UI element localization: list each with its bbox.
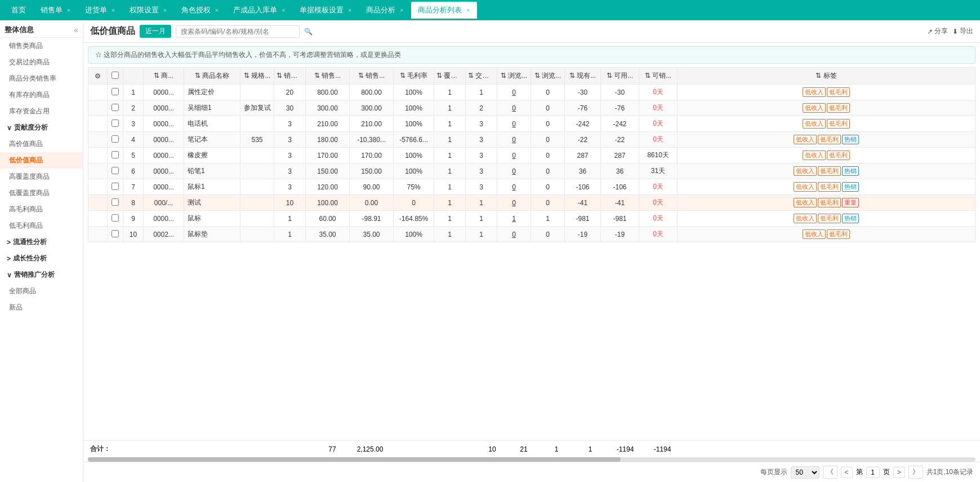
row-checkbox-cell[interactable] [108, 85, 123, 100]
browse1-link[interactable]: 0 [512, 152, 516, 160]
row-checkbox[interactable] [112, 104, 119, 111]
export-button[interactable]: ⬇ 导出 [952, 26, 973, 36]
row-checkbox-cell[interactable] [108, 179, 123, 195]
row-checkbox[interactable] [112, 214, 119, 222]
row-browse1[interactable]: 0 [497, 179, 531, 195]
row-browse1[interactable]: 0 [497, 132, 531, 148]
browse1-link[interactable]: 1 [512, 215, 516, 223]
sidebar-group-growth[interactable]: > 成长性分析 [0, 250, 83, 267]
sidebar-item-low-coverage[interactable]: 低覆盖度商品 [0, 185, 83, 201]
browse1-link[interactable]: 0 [512, 199, 516, 207]
search-input[interactable] [176, 25, 300, 38]
sidebar-item-category-rate[interactable]: 商品分类销售率 [0, 70, 83, 87]
row-browse1[interactable]: 0 [497, 195, 531, 211]
row-checkbox[interactable] [112, 151, 119, 158]
name-col-header[interactable]: ⇅ 商品名称 [184, 68, 240, 85]
row-sale-amt: 800.00 [306, 85, 350, 100]
sidebar-item-all-products[interactable]: 全部商品 [0, 283, 83, 299]
sidebar-collapse-btn[interactable]: « [74, 25, 78, 34]
row-checkbox[interactable] [112, 183, 119, 190]
row-code: 0000... [144, 85, 184, 100]
browse1-link[interactable]: 0 [512, 183, 516, 191]
row-checkbox-cell[interactable] [108, 132, 123, 148]
row-checkbox[interactable] [112, 230, 119, 237]
nav-analysis[interactable]: 商品分析 × [359, 2, 410, 19]
sellable-col-header[interactable]: ⇅ 可销... [639, 68, 678, 85]
row-checkbox-cell[interactable] [108, 148, 123, 163]
prev-page-btn[interactable]: < [841, 467, 853, 478]
browse2-col-header[interactable]: ⇅ 浏览... [531, 68, 565, 85]
trade-col-header[interactable]: ⇅ 交易... [466, 68, 497, 85]
browse1-link[interactable]: 0 [512, 167, 516, 175]
row-checkbox-cell[interactable] [108, 116, 123, 132]
first-page-btn[interactable]: 《 [823, 466, 838, 479]
row-browse1[interactable]: 0 [497, 100, 531, 116]
spec-col-header[interactable]: ⇅ 规格... [240, 68, 274, 85]
sidebar-item-sales-category[interactable]: 销售类商品 [0, 38, 83, 54]
row-browse1[interactable]: 0 [497, 148, 531, 163]
stock1-col-header[interactable]: ⇅ 现有... [565, 68, 601, 85]
row-checkbox[interactable] [112, 135, 119, 143]
browse1-link[interactable]: 0 [512, 104, 516, 112]
browse1-col-header[interactable]: ⇅ 浏览... [497, 68, 531, 85]
search-icon[interactable]: 🔍 [304, 28, 313, 36]
row-checkbox[interactable] [112, 88, 119, 95]
nav-templates[interactable]: 单据模板设置 × [293, 2, 358, 19]
sidebar-item-high-margin[interactable]: 高毛利商品 [0, 201, 83, 218]
row-browse1[interactable]: 0 [497, 116, 531, 132]
nav-purchase[interactable]: 进货单 × [78, 2, 122, 19]
row-checkbox[interactable] [112, 198, 119, 206]
nav-sales[interactable]: 销售单 × [34, 2, 77, 19]
current-page-display[interactable]: 1 [866, 467, 880, 478]
nav-products[interactable]: 产成品入库单 × [226, 2, 292, 19]
page-size-select[interactable]: 50 100 200 [791, 466, 819, 479]
row-browse1[interactable]: 1 [497, 211, 531, 227]
filter-button[interactable]: 近一月 [140, 25, 171, 38]
avail-col-header[interactable]: ⇅ 可用... [601, 68, 639, 85]
code-col-header[interactable]: ⇅ 商... [144, 68, 184, 85]
row-browse1[interactable]: 0 [497, 163, 531, 179]
sidebar-item-low-value[interactable]: 低价值商品 [0, 152, 83, 169]
row-checkbox-cell[interactable] [108, 211, 123, 227]
last-page-btn[interactable]: 》 [908, 466, 923, 479]
sidebar-item-traded[interactable]: 交易过的商品 [0, 54, 83, 70]
cover-col-header[interactable]: ⇅ 覆盖... [434, 68, 466, 85]
sidebar-item-in-stock[interactable]: 有库存的商品 [0, 87, 83, 103]
sidebar-item-high-value[interactable]: 高价值商品 [0, 136, 83, 152]
nav-roles[interactable]: 角色授权 × [175, 2, 225, 19]
nav-home[interactable]: 首页 [5, 2, 33, 19]
tag-col-header[interactable]: ⇅ 标签 [678, 68, 975, 85]
sale-avg-col-header[interactable]: ⇅ 销售... [350, 68, 394, 85]
sidebar-group-contribution[interactable]: ∨ 贡献度分析 [0, 120, 83, 136]
row-checkbox-cell[interactable] [108, 100, 123, 116]
share-button[interactable]: ↗ 分享 [927, 26, 948, 36]
browse1-link[interactable]: 0 [512, 231, 516, 238]
sidebar-group-marketing[interactable]: ∨ 营销推广分析 [0, 267, 83, 283]
row-checkbox[interactable] [112, 120, 119, 127]
sale-amt-col-header[interactable]: ⇅ 销售... [306, 68, 350, 85]
next-page-btn[interactable]: > [893, 467, 905, 478]
sidebar-item-high-coverage[interactable]: 高覆盖度商品 [0, 169, 83, 185]
browse1-link[interactable]: 0 [512, 120, 516, 128]
row-browse1[interactable]: 0 [497, 85, 531, 100]
nav-analysis-list[interactable]: 商品分析列表 × [411, 2, 476, 19]
sidebar-item-new-products[interactable]: 新品 [0, 299, 83, 316]
row-checkbox-cell[interactable] [108, 227, 123, 242]
nav-permissions[interactable]: 权限设置 × [123, 2, 173, 19]
gross-col-header[interactable]: ⇅ 毛利率 [394, 68, 434, 85]
row-browse1[interactable]: 0 [497, 227, 531, 242]
settings-icon[interactable]: ⚙ [95, 72, 101, 80]
row-checkbox[interactable] [112, 167, 119, 174]
sidebar-group-flow[interactable]: > 流通性分析 [0, 234, 83, 250]
browse1-link[interactable]: 0 [512, 136, 516, 144]
check-col-header[interactable] [108, 68, 123, 85]
browse1-link[interactable]: 0 [512, 89, 516, 96]
settings-col-header[interactable]: ⚙ [88, 68, 108, 85]
sidebar-item-stock-funds[interactable]: 库存资金占用 [0, 103, 83, 120]
sidebar-item-low-margin[interactable]: 低毛利商品 [0, 218, 83, 234]
row-checkbox-cell[interactable] [108, 195, 123, 211]
row-checkbox-cell[interactable] [108, 163, 123, 179]
sale-qty-col-header[interactable]: ⇅ 销售... [274, 68, 306, 85]
horizontal-scrollbar[interactable] [88, 457, 621, 462]
select-all-checkbox[interactable] [112, 72, 119, 79]
